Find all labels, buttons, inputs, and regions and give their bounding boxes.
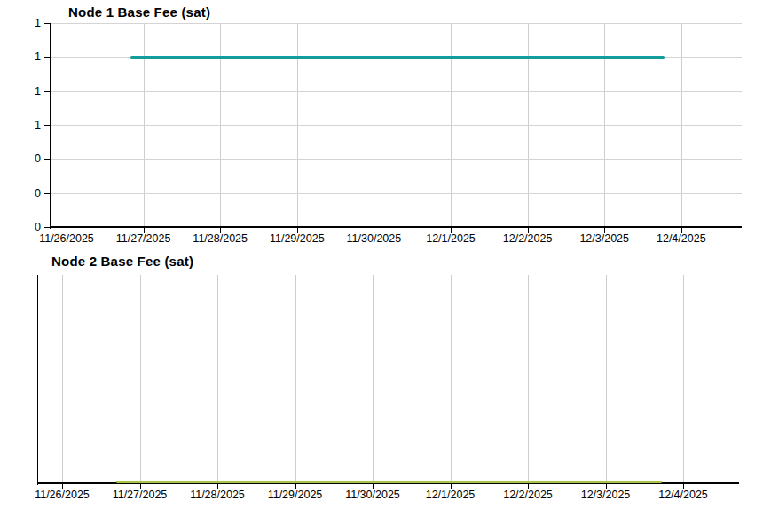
x-axis-tick <box>217 484 218 489</box>
v-gridline <box>606 275 607 483</box>
x-axis-tick <box>62 484 63 489</box>
y-tick-label: 1 <box>14 50 41 64</box>
v-gridline <box>451 23 452 227</box>
v-gridline <box>451 275 452 483</box>
v-gridline <box>295 275 296 483</box>
x-tick-label: 11/28/2025 <box>180 232 260 245</box>
x-tick-label: 12/4/2025 <box>643 489 723 501</box>
v-gridline <box>683 275 684 483</box>
h-gridline <box>51 227 742 228</box>
x-tick-label: 11/29/2025 <box>256 489 335 501</box>
x-tick-label: 11/30/2025 <box>334 232 413 245</box>
x-tick-label: 12/2/2025 <box>488 489 568 501</box>
x-tick-label: 11/27/2025 <box>104 232 184 245</box>
x-axis-tick <box>681 228 682 233</box>
h-gridline <box>51 193 742 194</box>
v-gridline <box>220 23 221 227</box>
x-tick-label: 12/3/2025 <box>564 232 644 245</box>
v-gridline <box>297 23 298 227</box>
v-gridline <box>681 23 682 227</box>
h-gridline <box>51 57 742 58</box>
fee-line <box>130 56 665 59</box>
v-gridline <box>62 275 63 483</box>
x-tick-label: 11/27/2025 <box>100 489 180 501</box>
y-tick-label: 0 <box>14 220 41 234</box>
y-axis-tick <box>44 125 50 126</box>
x-tick-label: 11/26/2025 <box>27 232 106 245</box>
x-axis-tick <box>295 484 296 489</box>
y-axis-tick <box>44 159 50 160</box>
y-tick-label: 0 <box>14 152 41 166</box>
fee-charts-page: Node 1 Base Fee (sat) 11/26/202511/27/20… <box>0 0 763 532</box>
h-gridline <box>51 159 742 160</box>
v-gridline <box>373 275 374 483</box>
v-gridline <box>528 23 529 227</box>
v-gridline <box>528 275 529 483</box>
y-axis <box>37 275 38 485</box>
x-axis <box>37 482 739 484</box>
x-tick-label: 11/29/2025 <box>257 232 337 245</box>
x-tick-label: 12/1/2025 <box>411 489 491 501</box>
x-tick-label: 11/30/2025 <box>333 489 413 501</box>
v-gridline <box>604 23 605 227</box>
x-axis-tick <box>373 484 374 489</box>
x-axis-tick <box>374 228 374 233</box>
x-tick-label: 11/28/2025 <box>177 489 257 501</box>
v-gridline <box>67 23 67 227</box>
v-gridline <box>374 23 374 227</box>
x-axis-tick <box>451 228 452 233</box>
x-axis-tick <box>606 484 607 489</box>
y-axis-tick <box>44 193 50 194</box>
x-tick-label: 11/26/2025 <box>22 489 102 501</box>
y-tick-label: 0 <box>14 186 41 200</box>
y-tick-label: 1 <box>14 84 41 98</box>
fee-line <box>116 481 662 483</box>
y-axis-tick <box>44 91 50 92</box>
y-axis-tick <box>44 57 50 58</box>
y-axis-tick <box>44 23 50 24</box>
node2-chart-title: Node 2 Base Fee (sat) <box>51 254 193 269</box>
x-axis-tick <box>67 228 67 233</box>
x-axis-tick <box>220 228 221 233</box>
x-tick-label: 12/4/2025 <box>641 232 721 245</box>
x-axis-tick <box>451 484 452 489</box>
x-axis-tick <box>297 228 298 233</box>
v-gridline <box>140 275 141 483</box>
node1-chart-title: Node 1 Base Fee (sat) <box>68 4 210 20</box>
y-tick-label: 1 <box>14 16 41 30</box>
y-axis <box>50 23 51 229</box>
x-axis-tick <box>528 228 529 233</box>
x-axis-tick <box>144 228 145 233</box>
h-gridline <box>51 125 742 126</box>
h-gridline <box>51 91 742 92</box>
v-gridline <box>144 23 145 227</box>
x-axis-tick <box>528 484 529 489</box>
y-tick-label: 1 <box>14 118 41 132</box>
h-gridline <box>51 23 742 24</box>
x-tick-label: 12/1/2025 <box>411 232 491 245</box>
v-gridline <box>217 275 218 483</box>
x-axis-tick <box>604 228 605 233</box>
x-tick-label: 12/3/2025 <box>566 489 646 501</box>
x-axis-tick <box>140 484 141 489</box>
x-tick-label: 12/2/2025 <box>488 232 568 245</box>
x-axis-tick <box>683 484 684 489</box>
x-axis <box>50 226 743 228</box>
y-axis-tick <box>44 227 50 228</box>
